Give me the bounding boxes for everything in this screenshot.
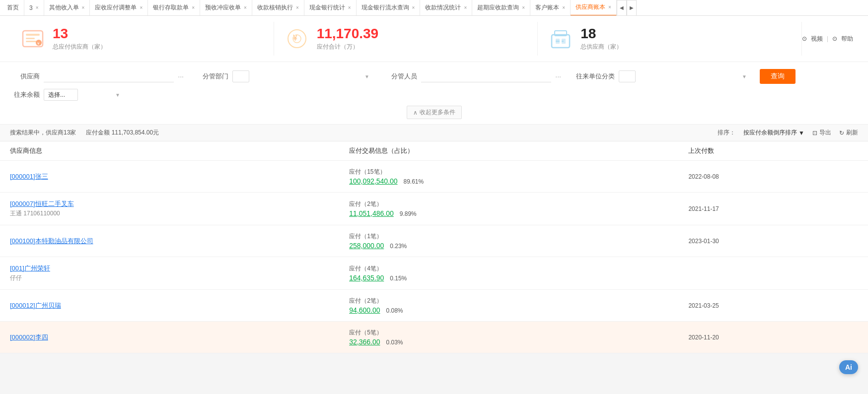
tx-pct: 0.08% xyxy=(386,307,403,314)
supplier-cell: [000002]李四 xyxy=(10,333,349,342)
close-icon[interactable]: × xyxy=(412,5,415,10)
person-dots-button[interactable]: ··· xyxy=(555,72,561,80)
tab-cash-stats[interactable]: 现金银行统计 × xyxy=(304,0,357,16)
close-icon[interactable]: × xyxy=(192,5,195,10)
close-icon[interactable]: × xyxy=(608,4,611,10)
tab-receipt-stats-label: 收款情况统计 xyxy=(425,3,461,12)
col-supplier-info: 供应商信息 xyxy=(10,146,349,155)
supplier-link[interactable]: [000012]广州贝瑞 xyxy=(10,302,61,309)
tab-home[interactable]: 首页 xyxy=(2,0,24,16)
help-link[interactable]: 帮助 xyxy=(841,35,853,43)
tab-cash-stats-label: 现金银行统计 xyxy=(309,3,345,12)
table-header: 供应商信息 应付交易信息（占比） 上次付数 xyxy=(0,141,868,161)
person-input[interactable] xyxy=(421,71,551,82)
navigation-bar: 首页 3 × 其他收入单 × 应收应付调整单 × 银行存取款单 × 预收冲应收单… xyxy=(0,0,868,16)
tab-receipt-exec-label: 收款核销执行 xyxy=(257,3,293,12)
tx-pct: 0.03% xyxy=(386,339,403,346)
tab-prepay[interactable]: 预收冲应收单 × xyxy=(200,0,252,16)
tab-bank-deposit-label: 银行存取款单 xyxy=(153,3,189,12)
query-button[interactable]: 查询 xyxy=(760,69,796,84)
refresh-button[interactable]: ↻ 刷新 xyxy=(839,129,858,137)
supplier-link[interactable]: [000007]恒旺二手叉车 xyxy=(10,200,74,207)
chevron-down-icon: ▼ xyxy=(364,74,369,79)
collapse-button[interactable]: ∧ 收起更多条件 xyxy=(407,106,462,119)
supplier-dots-button[interactable]: ··· xyxy=(178,72,184,80)
dept-select[interactable] xyxy=(232,70,249,82)
close-icon[interactable]: × xyxy=(464,5,467,10)
divider: | xyxy=(827,35,828,42)
table-row: [000012]广州贝瑞 应付（2笔） 94,600.00 0.08% 2021… xyxy=(0,290,868,322)
stat-info-total-suppliers: 18 总供应商（家） xyxy=(580,26,622,51)
total-payable-icon: ¥ xyxy=(284,26,310,52)
supplier-link[interactable]: [001]广州荣轩 xyxy=(10,264,50,272)
total-payable-number: 11,170.39 xyxy=(317,26,379,42)
close-icon[interactable]: × xyxy=(36,5,39,10)
supplier-link[interactable]: [000002]李四 xyxy=(10,333,48,341)
close-icon[interactable]: × xyxy=(562,5,565,10)
supplier-cell: [000012]广州贝瑞 xyxy=(10,301,349,310)
tx-label: 应付（15笔） xyxy=(349,168,688,176)
tx-amount-link[interactable]: 94,600.00 xyxy=(349,306,380,314)
filter-balance: 往来余额 选择... ▼ xyxy=(10,89,184,101)
person-label: 分管人员 xyxy=(387,72,417,81)
help-icon: ⊙ xyxy=(832,35,837,42)
chevron-down-icon: ▼ xyxy=(115,92,120,98)
close-icon[interactable]: × xyxy=(140,5,143,10)
tab-3[interactable]: 3 × xyxy=(24,0,44,16)
filter-person: 分管人员 ··· xyxy=(387,71,561,82)
svg-rect-13 xyxy=(556,41,558,42)
tab-supplier-book[interactable]: 供应商账本 × xyxy=(571,0,617,16)
category-select[interactable] xyxy=(619,70,636,82)
stat-info-payable-suppliers: 13 总应付供应商（家） xyxy=(53,26,106,51)
tab-other-income[interactable]: 其他收入单 × xyxy=(44,0,90,16)
svg-text:¥: ¥ xyxy=(37,41,40,46)
tab-overdue[interactable]: 超期应收款查询 × xyxy=(472,0,530,16)
close-icon[interactable]: × xyxy=(244,5,247,10)
close-icon[interactable]: × xyxy=(522,5,525,10)
tx-amount-link[interactable]: 258,000.00 xyxy=(349,242,384,250)
table-row: [000007]恒旺二手叉车 王通 17106110000 应付（2笔） 11,… xyxy=(0,193,868,225)
tx-row: 258,000.00 0.23% xyxy=(349,242,688,250)
tx-row: 94,600.00 0.08% xyxy=(349,306,688,314)
tx-amount-link[interactable]: 32,366.00 xyxy=(349,338,380,346)
chevron-down-icon: ▼ xyxy=(742,74,747,79)
svg-rect-15 xyxy=(562,41,564,42)
close-icon[interactable]: × xyxy=(296,5,299,10)
nav-next-arrow[interactable]: ▶ xyxy=(627,0,637,16)
balance-select[interactable]: 选择... xyxy=(44,89,78,101)
supplier-link[interactable]: [000001]张三 xyxy=(10,173,48,180)
nav-prev-arrow[interactable]: ◀ xyxy=(617,0,627,16)
tab-overdue-label: 超期应收款查询 xyxy=(477,3,519,12)
supplier-input[interactable] xyxy=(44,71,174,82)
tab-receipt-stats[interactable]: 收款情况统计 × xyxy=(420,0,472,16)
table-body: [000001]张三 应付（15笔） 100,092,540.00 89.61%… xyxy=(0,161,868,353)
tx-amount-link[interactable]: 100,092,540.00 xyxy=(349,177,397,185)
tab-customer-book[interactable]: 客户账本 × xyxy=(530,0,571,16)
close-icon[interactable]: × xyxy=(348,5,351,10)
supplier-sub: 王通 17106110000 xyxy=(10,209,349,218)
stat-actions: ⊙ 视频 | ⊙ 帮助 xyxy=(802,35,858,43)
tab-bank-deposit[interactable]: 银行存取款单 × xyxy=(148,0,200,16)
tx-row: 100,092,540.00 89.61% xyxy=(349,177,688,185)
export-button[interactable]: ⊡ 导出 xyxy=(812,129,831,137)
video-link[interactable]: 视频 xyxy=(811,35,823,43)
close-icon[interactable]: × xyxy=(82,5,85,10)
total-suppliers-label: 总供应商（家） xyxy=(580,43,622,51)
refresh-label: 刷新 xyxy=(846,129,858,137)
tab-receipt-exec[interactable]: 收款核销执行 × xyxy=(252,0,304,16)
stat-card-payable-suppliers: ¥ 13 总应付供应商（家） xyxy=(10,22,274,56)
sort-dropdown[interactable]: 按应付余额倒序排序 ▼ xyxy=(743,129,804,137)
tx-amount-link[interactable]: 11,051,486.00 xyxy=(349,209,394,217)
tab-ar-ap-adjust[interactable]: 应收应付调整单 × xyxy=(90,0,148,16)
filter-dept: 分管部门 ▼ xyxy=(199,70,372,82)
collapse-label: 收起更多条件 xyxy=(420,108,455,117)
results-actions: 排序： 按应付余额倒序排序 ▼ ⊡ 导出 ↻ 刷新 xyxy=(718,129,858,137)
filter-row-2: 往来余额 选择... ▼ xyxy=(10,89,858,101)
tab-prepay-label: 预收冲应收单 xyxy=(205,3,241,12)
tab-cash-flow[interactable]: 现金银行流水查询 × xyxy=(357,0,421,16)
supplier-link[interactable]: [000100]本特勤油品有限公司 xyxy=(10,237,93,245)
sort-value-text: 按应付余额倒序排序 xyxy=(743,129,797,137)
tx-label: 应付（4笔） xyxy=(349,264,688,273)
svg-rect-3 xyxy=(26,41,37,42)
tx-amount-link[interactable]: 164,635.90 xyxy=(349,274,384,282)
